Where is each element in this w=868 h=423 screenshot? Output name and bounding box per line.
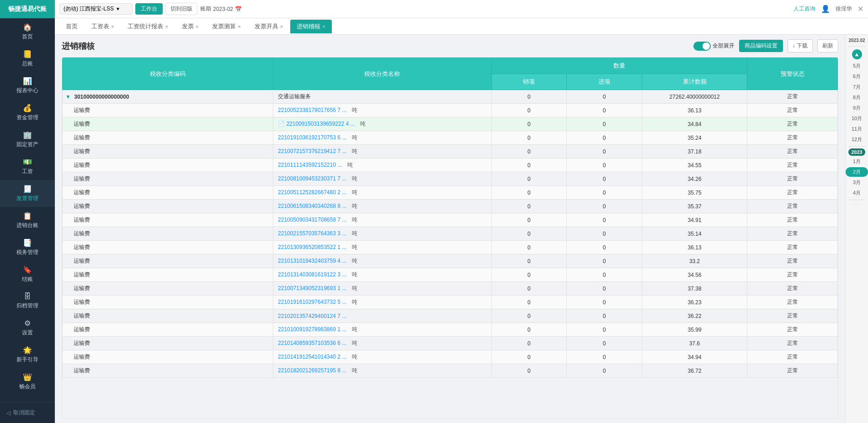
tax-icon: 📑 bbox=[23, 238, 32, 247]
sidebar-label-home: 首页 bbox=[22, 33, 33, 41]
table-cell-sale: 0 bbox=[491, 364, 567, 378]
sidebar-item-member[interactable]: 👑 畅会员 bbox=[0, 368, 55, 395]
tab-invoice-list-close[interactable]: × bbox=[196, 24, 198, 29]
tab-home[interactable]: 首页 bbox=[59, 20, 84, 33]
tab-invoice-open-label: 发票开具 bbox=[255, 22, 278, 31]
sidebar-item-trade[interactable]: 📋 进销台账 bbox=[0, 207, 55, 234]
sidebar-label-guide: 新手引导 bbox=[16, 356, 38, 364]
rp-heart-icon[interactable]: ♡ bbox=[854, 202, 860, 211]
rp-year-top[interactable]: 2023.02 bbox=[848, 37, 865, 44]
table-cell-purchase: 0 bbox=[567, 200, 642, 213]
close-button[interactable]: ✕ bbox=[857, 5, 863, 13]
table-cell-total: 36.23 bbox=[642, 296, 747, 309]
tab-salary-close[interactable]: × bbox=[111, 24, 114, 29]
table-cell-sale: 0 bbox=[491, 323, 567, 337]
sidebar-item-ledger[interactable]: 📒 总账 bbox=[0, 45, 55, 72]
tab-invoice-calc[interactable]: 发票测算 × bbox=[206, 20, 247, 33]
sidebar-bottom: ◁ 取消固定 bbox=[0, 402, 55, 423]
sidebar-item-salary[interactable]: 💵 工资 bbox=[0, 153, 55, 180]
table-cell-code: 2210081009453230371 7 ... 吨 bbox=[273, 172, 492, 186]
tab-invoice-open[interactable]: 发票开具 × bbox=[248, 20, 289, 33]
rp-month-1[interactable]: 1月 bbox=[846, 157, 868, 166]
rp-month-7[interactable]: 7月 bbox=[846, 82, 868, 92]
tab-salary-stats-close[interactable]: × bbox=[165, 24, 168, 29]
rp-month-9[interactable]: 9月 bbox=[846, 103, 868, 113]
table-cell-name: 运输费 bbox=[63, 172, 273, 186]
tab-salary-stats[interactable]: 工资统计报表 × bbox=[121, 20, 174, 33]
table-cell-total: 36.13 bbox=[642, 104, 747, 117]
table-cell-sale: 0 bbox=[491, 227, 567, 241]
table-cell-code: 2210050903431708658 7 ... 吨 bbox=[273, 213, 492, 227]
calendar-icon[interactable]: 📅 bbox=[235, 6, 242, 12]
sidebar-item-archive[interactable]: 🗄 归档管理 bbox=[0, 288, 55, 314]
tab-trade-verify[interactable]: 进销稽核 × bbox=[290, 20, 331, 33]
refresh-btn[interactable]: 刷新 bbox=[817, 39, 838, 53]
rp-month-11[interactable]: 11月 bbox=[846, 124, 868, 134]
support-link[interactable]: 人工咨询 bbox=[793, 5, 815, 13]
sidebar-item-guide[interactable]: 🌟 新手引导 bbox=[0, 341, 55, 368]
table-cell-purchase: 0 bbox=[567, 241, 642, 254]
tab-invoice-open-close[interactable]: × bbox=[280, 24, 283, 29]
tab-salary[interactable]: 工资表 × bbox=[85, 20, 120, 33]
sidebar-item-capital[interactable]: 💰 资金管理 bbox=[0, 99, 55, 126]
tab-home-label: 首页 bbox=[66, 22, 78, 31]
table-cell-name: 运输费 bbox=[63, 309, 273, 323]
tab-invoice-list-label: 发票 bbox=[182, 22, 194, 31]
rp-month-8[interactable]: 8月 bbox=[846, 93, 868, 102]
table-cell-status: 正常 bbox=[747, 337, 838, 350]
rp-month-12[interactable]: 12月 bbox=[846, 135, 868, 144]
sidebar-label-settings: 设置 bbox=[22, 329, 33, 337]
switch-version-button[interactable]: 切到旧版 bbox=[165, 3, 197, 15]
period-value: 2023-02 bbox=[213, 6, 233, 12]
rp-scroll-up[interactable]: ▲ bbox=[852, 49, 862, 59]
sidebar-item-invoice[interactable]: 🧾 发票管理 bbox=[0, 180, 55, 207]
table-cell-sale: 0 bbox=[491, 159, 567, 172]
rp-month-10[interactable]: 10月 bbox=[846, 114, 868, 123]
data-table: 税收分类编码 税收分类名称 数量 预警状态 销项 进项 累计数额 bbox=[62, 58, 838, 378]
table-cell-sale: 0 bbox=[491, 104, 567, 117]
tab-trade-verify-close[interactable]: × bbox=[322, 24, 325, 29]
period-display: 账期 2023-02 📅 bbox=[200, 5, 242, 13]
sidebar-label-member: 畅会员 bbox=[19, 383, 36, 391]
unpin-button[interactable]: ◁ 取消固定 bbox=[0, 406, 55, 419]
rp-month-4[interactable]: 4月 bbox=[846, 188, 868, 198]
table-cell-sale: 0 bbox=[491, 172, 567, 186]
table-cell-purchase: 0 bbox=[567, 323, 642, 337]
table-cell-code: 2210111143592152210 ... 吨 bbox=[273, 159, 492, 172]
table-cell-total: 36.22 bbox=[642, 309, 747, 323]
user-avatar: 👤 bbox=[821, 5, 830, 13]
sidebar-item-assets[interactable]: 🏢 固定资产 bbox=[0, 126, 55, 153]
table-cell-total: 34.94 bbox=[642, 350, 747, 364]
sidebar-item-settings[interactable]: ⚙ 设置 bbox=[0, 314, 55, 341]
sidebar-item-reports[interactable]: 📊 报表中心 bbox=[0, 72, 55, 99]
expand-icon[interactable]: ▼ bbox=[65, 94, 71, 100]
sidebar-item-home[interactable]: 🏠 首页 bbox=[0, 18, 55, 45]
table-cell-name: 交通运输服务 bbox=[273, 90, 492, 104]
rp-month-3[interactable]: 3月 bbox=[846, 178, 868, 187]
table-cell-code: 2210131403081619122 3 ... 吨 bbox=[273, 268, 492, 282]
rp-month-2[interactable]: 2月 bbox=[846, 167, 868, 177]
rp-month-5[interactable]: 5月 bbox=[846, 61, 868, 71]
workspace-button[interactable]: 工作台 bbox=[135, 3, 163, 15]
table-cell-total: 35.24 bbox=[642, 131, 747, 145]
expand-toggle[interactable] bbox=[693, 42, 711, 51]
tab-invoice-list[interactable]: 发票 × bbox=[176, 20, 205, 33]
sidebar-item-tax[interactable]: 📑 税务管理 bbox=[0, 234, 55, 261]
table-cell-purchase: 0 bbox=[567, 309, 642, 323]
table-cell-purchase: 0 bbox=[567, 296, 642, 309]
download-btn[interactable]: ↓ 下载 bbox=[788, 39, 813, 53]
sidebar-label-salary: 工资 bbox=[22, 168, 33, 175]
rp-month-6[interactable]: 6月 bbox=[846, 72, 868, 81]
company-selector[interactable]: (勿动) 江西报宝-LSS ▼ bbox=[59, 3, 133, 15]
salary-icon: 💵 bbox=[23, 158, 32, 166]
rp-year-current[interactable]: 2023 bbox=[848, 148, 865, 156]
table-cell-total: 36.72 bbox=[642, 364, 747, 378]
sidebar-item-settlement[interactable]: 🔖 结账 bbox=[0, 261, 55, 288]
table-cell-purchase: 0 bbox=[567, 282, 642, 296]
reports-icon: 📊 bbox=[23, 77, 32, 85]
tab-invoice-calc-close[interactable]: × bbox=[238, 24, 240, 29]
settings-btn[interactable]: 商品编码设置 bbox=[739, 40, 783, 52]
th-code: 税收分类编码 bbox=[63, 58, 273, 90]
table-cell-sale: 0 bbox=[491, 213, 567, 227]
table-cell-status: 正常 bbox=[747, 296, 838, 309]
